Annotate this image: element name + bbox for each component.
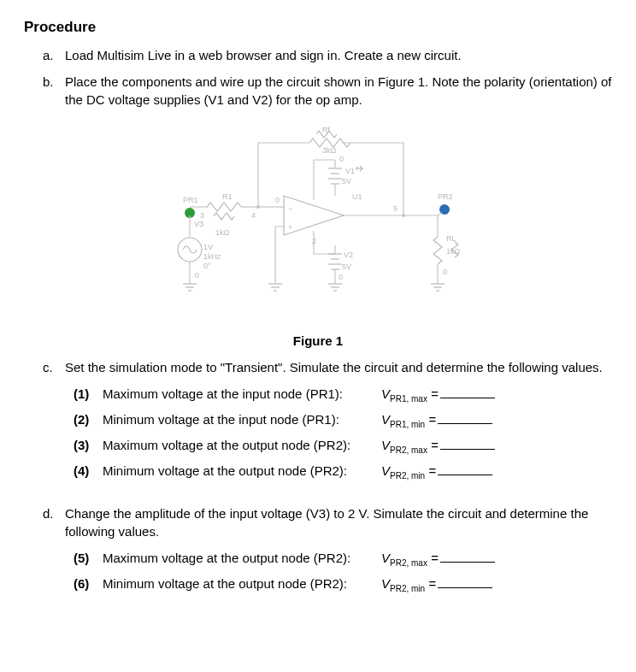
- v1-value: 5V: [342, 177, 351, 186]
- blank-field: [440, 386, 495, 398]
- blank-field: [440, 550, 495, 563]
- step-a: a. Load Multisim Live in a web browser a…: [24, 46, 612, 64]
- r1-label: R1: [222, 192, 233, 201]
- pr2-label: PR2: [438, 192, 453, 201]
- pr1-label: PR1: [183, 196, 198, 204]
- subitem-number: (3): [74, 436, 103, 454]
- v2-value: 5V: [342, 262, 351, 271]
- rf-label: Rf: [322, 126, 330, 134]
- subitem-number: (1): [74, 385, 103, 403]
- step-text: Load Multisim Live in a web browser and …: [65, 46, 612, 64]
- step-c-items: (1) Maximum voltage at the input node (P…: [24, 385, 612, 482]
- subitem-1: (1) Maximum voltage at the input node (P…: [74, 385, 612, 405]
- subitem-5: (5) Maximum voltage at the output node (…: [74, 549, 612, 569]
- subitem-desc: Maximum voltage at the output node (PR2)…: [103, 436, 381, 454]
- node3: 3: [200, 211, 204, 220]
- subitem-var: VPR2, max =: [381, 436, 439, 457]
- subitem-var: VPR1, max =: [381, 385, 439, 405]
- figure-caption: Figure 1: [24, 332, 612, 350]
- subitem-3: (3) Maximum voltage at the output node (…: [74, 436, 612, 457]
- subitem-4: (4) Minimum voltage at the output node (…: [74, 462, 612, 482]
- subitem-2: (2) Minimum voltage at the input node (P…: [74, 410, 612, 431]
- subitem-6: (6) Minimum voltage at the output node (…: [74, 575, 612, 595]
- subitem-desc: Minimum voltage at the output node (PR2)…: [103, 575, 381, 592]
- pin2: 2: [312, 237, 316, 245]
- subitem-desc: Maximum voltage at the input node (PR1):: [103, 385, 381, 403]
- rl-label: RL: [446, 234, 456, 243]
- u1-label: U1: [352, 192, 362, 201]
- blank-field: [440, 437, 495, 450]
- step-marker: d.: [43, 504, 65, 540]
- svg-point-6: [402, 214, 405, 217]
- figure-1: Rf 3kΩ V1 5V 0 − + U1 5 PR2: [24, 117, 612, 327]
- subitem-number: (5): [74, 549, 103, 567]
- pin0a: 0: [339, 155, 344, 163]
- subitem-var: VPR2, max =: [381, 549, 439, 569]
- r1-value: 1kΩ: [215, 228, 230, 237]
- subitem-var: VPR2, min =: [381, 575, 436, 595]
- step-marker: b.: [43, 73, 65, 109]
- node4: 4: [251, 211, 256, 220]
- blank-field: [438, 463, 492, 475]
- step-text: Set the simulation mode to "Transient". …: [65, 358, 612, 376]
- subitem-desc: Minimum voltage at the input node (PR1):: [103, 410, 381, 428]
- rf-value: 3kΩ: [322, 146, 337, 155]
- subitem-var: VPR1, min =: [381, 410, 436, 431]
- blank-field: [438, 575, 492, 588]
- pin0b: 0: [339, 273, 343, 281]
- subitem-number: (6): [74, 575, 103, 592]
- svg-text:−: −: [288, 204, 292, 213]
- step-c: c. Set the simulation mode to "Transient…: [24, 358, 612, 376]
- blank-field: [438, 411, 492, 424]
- step-marker: c.: [43, 358, 65, 376]
- step-d-items: (5) Maximum voltage at the output node (…: [24, 549, 612, 595]
- subitem-var: VPR2, min =: [381, 462, 436, 482]
- step-text: Place the components and wire up the cir…: [65, 73, 612, 109]
- step-marker: a.: [43, 46, 65, 64]
- svg-text:+: +: [288, 223, 292, 232]
- step-b: b. Place the components and wire up the …: [24, 73, 612, 109]
- v3-label: V3: [194, 220, 203, 228]
- pin0d: 0: [443, 268, 447, 276]
- pin0: 0: [275, 196, 280, 204]
- pin0c: 0: [195, 271, 199, 280]
- step-text: Change the amplitude of the input voltag…: [65, 504, 612, 540]
- circuit-diagram: Rf 3kΩ V1 5V 0 − + U1 5 PR2: [147, 117, 489, 322]
- section-heading: Procedure: [24, 17, 612, 38]
- subitem-number: (2): [74, 410, 103, 428]
- subitem-desc: Minimum voltage at the output node (PR2)…: [103, 462, 381, 480]
- step-d: d. Change the amplitude of the input vol…: [24, 504, 612, 540]
- v3-amp: 1V: [203, 243, 213, 251]
- v2-label: V2: [344, 251, 353, 259]
- v3-phase: 0°: [203, 262, 211, 270]
- subitem-desc: Maximum voltage at the output node (PR2)…: [103, 549, 381, 567]
- subitem-number: (4): [74, 462, 103, 480]
- node5: 5: [393, 204, 398, 213]
- v3-freq: 1kHz: [203, 252, 221, 261]
- v1-label: V1: [345, 167, 355, 175]
